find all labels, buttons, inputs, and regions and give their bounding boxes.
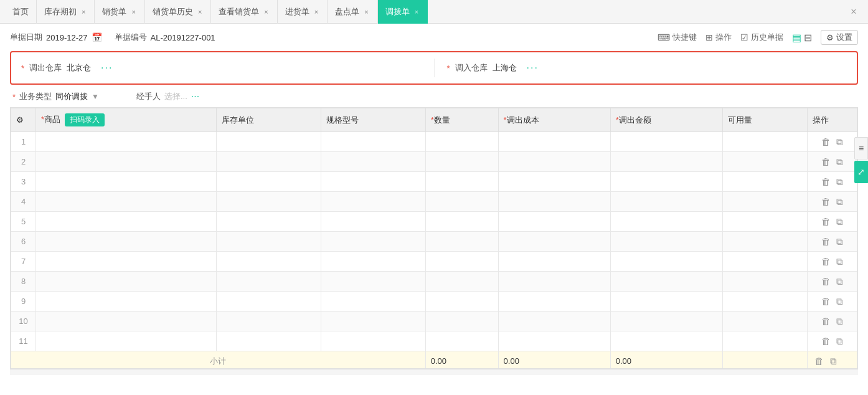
row-8-unit[interactable] bbox=[217, 272, 321, 292]
row-10-amount[interactable] bbox=[610, 312, 722, 331]
row-7-delete[interactable]: 🗑 bbox=[821, 256, 831, 267]
operation-action[interactable]: ⊞ 操作 bbox=[705, 32, 732, 43]
tab-stocktake-close[interactable]: × bbox=[363, 8, 369, 16]
row-11-amount[interactable] bbox=[610, 331, 722, 351]
row-7-copy[interactable]: ⧉ bbox=[836, 256, 843, 267]
tab-inventory-init-close[interactable]: × bbox=[80, 8, 87, 16]
row-7-spec[interactable] bbox=[321, 252, 425, 272]
layout-icon-1[interactable]: ▤ bbox=[792, 32, 801, 44]
row-11-available[interactable] bbox=[722, 331, 807, 351]
side-notes-button[interactable]: ≡ bbox=[854, 137, 868, 159]
row-7-product[interactable] bbox=[36, 252, 217, 272]
row-8-available[interactable] bbox=[722, 272, 807, 292]
row-10-copy[interactable]: ⧉ bbox=[836, 316, 843, 326]
row-6-copy[interactable]: ⧉ bbox=[836, 236, 843, 247]
row-8-spec[interactable] bbox=[321, 272, 425, 292]
row-2-delete[interactable]: 🗑 bbox=[821, 156, 831, 167]
row-10-qty[interactable] bbox=[425, 312, 498, 331]
row-6-unit[interactable] bbox=[217, 232, 321, 252]
row-11-spec[interactable] bbox=[321, 331, 425, 351]
side-expand-button[interactable]: ⤢ bbox=[854, 161, 868, 183]
row-1-delete[interactable]: 🗑 bbox=[821, 136, 831, 147]
row-8-copy[interactable]: ⧉ bbox=[836, 276, 843, 287]
row-9-qty[interactable] bbox=[425, 292, 498, 312]
tab-purchase[interactable]: 进货单 × bbox=[278, 0, 328, 24]
row-2-spec[interactable] bbox=[321, 152, 425, 172]
row-4-cost[interactable] bbox=[498, 192, 610, 212]
tab-view-sales-close[interactable]: × bbox=[263, 8, 269, 16]
tab-sales-history-close[interactable]: × bbox=[197, 8, 203, 16]
row-3-spec[interactable] bbox=[321, 172, 425, 192]
warehouse-out-more[interactable]: ··· bbox=[101, 62, 113, 74]
row-5-cost[interactable] bbox=[498, 212, 610, 232]
row-7-unit[interactable] bbox=[217, 252, 321, 272]
row-2-amount[interactable] bbox=[610, 152, 722, 172]
warehouse-out-value[interactable]: 北京仓 bbox=[67, 62, 91, 74]
row-6-available[interactable] bbox=[722, 232, 807, 252]
row-8-product[interactable] bbox=[36, 272, 217, 292]
row-10-spec[interactable] bbox=[321, 312, 425, 331]
calendar-icon[interactable]: 📅 bbox=[92, 32, 102, 42]
row-11-product[interactable] bbox=[36, 331, 217, 351]
row-6-spec[interactable] bbox=[321, 232, 425, 252]
row-2-available[interactable] bbox=[722, 152, 807, 172]
row-3-unit[interactable] bbox=[217, 172, 321, 192]
row-7-available[interactable] bbox=[722, 252, 807, 272]
warehouse-in-more[interactable]: ··· bbox=[527, 62, 539, 74]
row-4-available[interactable] bbox=[722, 192, 807, 212]
row-3-available[interactable] bbox=[722, 172, 807, 192]
row-3-delete[interactable]: 🗑 bbox=[821, 176, 831, 187]
row-4-product[interactable] bbox=[36, 192, 217, 212]
handler-more[interactable]: ··· bbox=[191, 91, 199, 102]
row-8-cost[interactable] bbox=[498, 272, 610, 292]
row-11-unit[interactable] bbox=[217, 331, 321, 351]
row-3-cost[interactable] bbox=[498, 172, 610, 192]
history-action[interactable]: ☑ 历史单据 bbox=[740, 32, 783, 43]
warehouse-in-value[interactable]: 上海仓 bbox=[493, 62, 517, 74]
row-5-qty[interactable] bbox=[425, 212, 498, 232]
row-11-copy[interactable]: ⧉ bbox=[836, 336, 843, 346]
tab-sales-order[interactable]: 销货单 × bbox=[95, 0, 144, 24]
row-2-unit[interactable] bbox=[217, 152, 321, 172]
tab-sales-history[interactable]: 销货单历史 × bbox=[145, 0, 211, 24]
row-2-product[interactable] bbox=[36, 152, 217, 172]
window-close-button[interactable]: × bbox=[844, 0, 863, 24]
tab-inventory-init[interactable]: 库存期初 × bbox=[37, 0, 95, 24]
row-6-qty[interactable] bbox=[425, 232, 498, 252]
col-gear[interactable]: ⚙ bbox=[11, 108, 36, 132]
row-1-spec[interactable] bbox=[321, 132, 425, 152]
row-9-delete[interactable]: 🗑 bbox=[821, 296, 831, 307]
tab-purchase-close[interactable]: × bbox=[313, 8, 319, 16]
tab-view-sales[interactable]: 查看销货单 × bbox=[211, 0, 277, 24]
row-5-unit[interactable] bbox=[217, 212, 321, 232]
row-9-spec[interactable] bbox=[321, 292, 425, 312]
row-4-unit[interactable] bbox=[217, 192, 321, 212]
row-5-available[interactable] bbox=[722, 212, 807, 232]
row-7-qty[interactable] bbox=[425, 252, 498, 272]
row-1-available[interactable] bbox=[722, 132, 807, 152]
row-3-qty[interactable] bbox=[425, 172, 498, 192]
row-5-product[interactable] bbox=[36, 212, 217, 232]
subtotal-copy[interactable]: ⧉ bbox=[830, 356, 837, 366]
row-9-product[interactable] bbox=[36, 292, 217, 312]
row-11-cost[interactable] bbox=[498, 331, 610, 351]
row-11-delete[interactable]: 🗑 bbox=[821, 336, 831, 346]
row-9-amount[interactable] bbox=[610, 292, 722, 312]
row-6-delete[interactable]: 🗑 bbox=[821, 236, 831, 247]
row-3-amount[interactable] bbox=[610, 172, 722, 192]
tab-transfer-close[interactable]: × bbox=[413, 8, 420, 16]
scan-button[interactable]: 扫码录入 bbox=[65, 113, 105, 126]
row-1-amount[interactable] bbox=[610, 132, 722, 152]
tab-sales-order-close[interactable]: × bbox=[130, 8, 136, 16]
row-5-amount[interactable] bbox=[610, 212, 722, 232]
date-value[interactable]: 2019-12-27 bbox=[46, 33, 88, 42]
row-3-copy[interactable]: ⧉ bbox=[836, 176, 843, 187]
row-1-unit[interactable] bbox=[217, 132, 321, 152]
handler-value[interactable]: 选择... bbox=[164, 91, 187, 102]
shortcut-action[interactable]: ⌨ 快捷键 bbox=[658, 32, 697, 43]
row-4-qty[interactable] bbox=[425, 192, 498, 212]
row-1-copy[interactable]: ⧉ bbox=[836, 136, 843, 147]
layout-icon-2[interactable]: ⊟ bbox=[804, 32, 812, 44]
row-8-delete[interactable]: 🗑 bbox=[821, 276, 831, 287]
row-9-available[interactable] bbox=[722, 292, 807, 312]
